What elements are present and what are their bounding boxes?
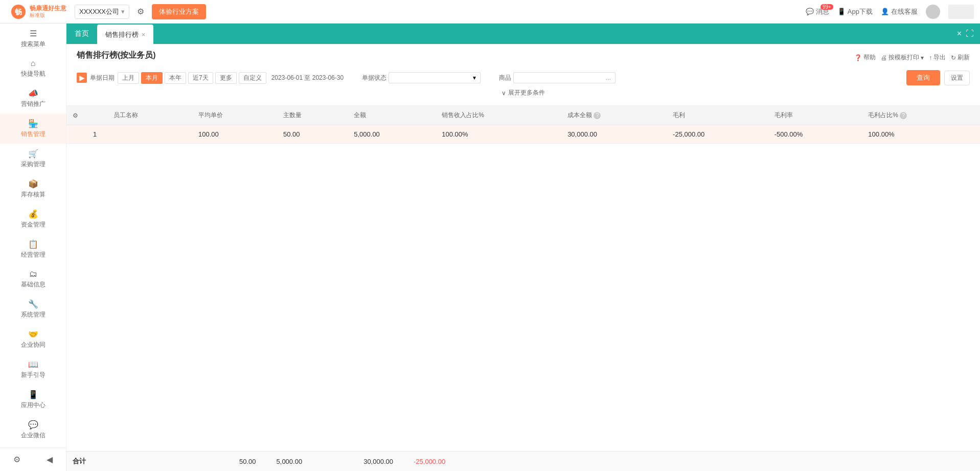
settings-icon-btn[interactable]: ⚙ [133,5,148,19]
tab-actions: × ⛶ [957,29,980,38]
sidebar-label-inventory: 库存核算 [21,190,45,199]
goods-more-icon: ... [606,74,611,81]
app-download-button[interactable]: 📱 App下载 [837,7,873,16]
profit-pct-help-icon[interactable]: ? [900,112,907,119]
sidebar-item-search-order[interactable]: ☰ 搜索菜单 [0,24,66,54]
sidebar-item-sales[interactable]: 🏪 销售管理 [0,114,66,144]
online-service-label: 在线客服 [891,7,918,16]
company-chevron-icon: ▾ [121,8,125,15]
expand-chevron-icon: ∨ [502,89,506,97]
sidebar-label-sales: 销售管理 [21,130,45,139]
tab-bar: 首页 销售排行榜 × × ⛶ [66,24,980,44]
sidebar-item-beginner[interactable]: 📖 新手引导 [0,354,66,385]
logo-icon: 畅 [10,4,27,20]
sidebar-item-enterprise-wechat[interactable]: 💬 企业微信 [0,415,66,445]
sidebar-item-operations[interactable]: 📋 经营管理 [0,234,66,264]
th-settings: ⚙ [66,106,87,125]
expand-label: 展开更多条件 [508,88,545,97]
date-btn-last-month[interactable]: 上月 [118,72,139,84]
sidebar-label-operations: 经营管理 [21,251,45,259]
th-profit-rate: 毛利率 [768,106,862,125]
tab-sales-ranking[interactable]: 销售排行榜 × [97,25,153,45]
template-print-label: 按模板打印 [888,53,919,62]
date-btn-7days[interactable]: 近7天 [188,72,213,84]
date-range-display: 2023-06-01 至 2023-06-30 [271,74,344,82]
marketing-icon: 📣 [28,88,38,98]
sidebar-item-system[interactable]: 🔧 系统管理 [0,294,66,324]
th-cost: 成本全额 ? [561,106,667,125]
avatar[interactable] [926,5,940,19]
filter-collapse-btn[interactable]: ▶ [77,73,87,83]
tab-close-window-icon[interactable]: × [957,29,962,38]
th-profit-pct: 毛利占比% ? [862,106,980,125]
inventory-icon: 📦 [28,179,38,189]
template-print-button[interactable]: 🖨 按模板打印 ▾ [881,53,924,62]
table-settings-icon[interactable]: ⚙ [73,112,78,119]
cell-profit: -25,000.00 [667,125,768,144]
company-selector[interactable]: XXXXXX公司 ▾ [75,5,129,19]
th-main-qty: 主数量 [277,106,348,125]
sidebar-item-quick-nav[interactable]: ⌂ 快捷导航 [0,54,66,83]
logo-area: 畅 畅康通好生意 标准版 [6,4,71,20]
date-buttons: 上月 本月 本年 近7天 更多 自定义 [118,72,266,84]
sidebar-item-basic-info[interactable]: 🗂 基础信息 [0,264,66,294]
app-center-icon: 📱 [28,390,38,399]
sidebar-item-enterprise[interactable]: 🤝 企业协同 [0,324,66,354]
expand-more-row[interactable]: ∨ 展开更多条件 [77,85,970,100]
sidebar-item-purchase[interactable]: 🛒 采购管理 [0,144,66,174]
export-button[interactable]: ↑ 导出 [929,53,946,62]
beginner-icon: 📖 [28,360,38,369]
export-icon: ↑ [929,54,932,61]
sidebar-item-inventory[interactable]: 📦 库存核算 [0,174,66,204]
cell-employee [107,125,192,144]
page-content: 销售排行榜(按业务员) ❓ 帮助 🖨 按模板打印 ▾ [66,44,980,471]
logo-title: 畅康通好生意 [30,5,66,12]
message-button[interactable]: 💬 消息 99+ [806,7,829,16]
refresh-icon: ↻ [951,54,956,61]
status-select[interactable]: ▾ [389,72,481,83]
filter-row-1: ▶ 单据日期 上月 本月 本年 近7天 更多 自定义 2023-06-01 至 … [77,70,970,85]
date-btn-this-year[interactable]: 本年 [165,72,186,84]
date-btn-more[interactable]: 更多 [215,72,237,84]
sidebar-collapse-icon[interactable]: ◀ [47,455,53,464]
help-button[interactable]: ❓ 帮助 [854,53,876,62]
search-menu-icon: ☰ [30,29,37,38]
cell-avg-price: 100.00 [192,125,277,144]
goods-input[interactable]: ... [513,72,616,83]
sidebar-label-search: 搜索菜单 [21,40,45,49]
trial-button[interactable]: 体验行业方案 [152,4,206,19]
sales-icon: 🏪 [28,119,38,128]
sidebar-label-purchase: 采购管理 [21,160,45,169]
enterprise-icon: 🤝 [28,329,38,339]
th-profit: 毛利 [667,106,768,125]
content-area: 首页 销售排行榜 × × ⛶ 销售排行榜(按业务员) [66,24,980,471]
tab-close-icon[interactable]: × [142,31,145,38]
sidebar-settings-icon[interactable]: ⚙ [13,455,20,464]
th-total: 全额 [348,106,436,125]
sidebar-item-app-center[interactable]: 📱 应用中心 [0,385,66,415]
tab-home[interactable]: 首页 [66,24,97,44]
cell-rank: 1 [87,125,107,144]
sidebar-label-beginner: 新手引导 [21,371,45,379]
date-btn-custom[interactable]: 自定义 [239,72,266,84]
date-btn-this-month[interactable]: 本月 [141,72,163,84]
refresh-button[interactable]: ↻ 刷新 [951,53,970,62]
cell-total: 5,000.00 [348,125,436,144]
svg-text:畅: 畅 [15,8,22,16]
sidebar-label-app-center: 应用中心 [21,401,45,410]
header-row: 销售排行榜(按业务员) ❓ 帮助 🖨 按模板打印 ▾ [77,50,970,65]
date-filter-group: ▶ 单据日期 上月 本月 本年 近7天 更多 自定义 2023-06-01 至 … [77,72,344,84]
query-button[interactable]: 查询 [906,70,940,85]
sidebar-label-enterprise: 企业协同 [21,341,45,349]
data-table: ⚙ 员工名称 平均单价 主数量 全额 销售收入占比% 成本全额 ? [66,106,980,144]
sidebar-item-finance[interactable]: 💰 资金管理 [0,204,66,234]
sidebar-item-marketing[interactable]: 📣 营销推广 [0,83,66,114]
online-service-button[interactable]: 👤 在线客服 [881,7,918,16]
operations-icon: 📋 [28,239,38,249]
service-icon: 👤 [881,8,889,15]
table-container: ⚙ 员工名称 平均单价 主数量 全额 销售收入占比% 成本全额 ? [66,106,980,451]
settings-button[interactable]: 设置 [944,71,970,85]
sidebar-bottom: ⚙ ◀ [0,447,66,471]
tab-maximize-icon[interactable]: ⛶ [966,29,974,38]
cost-help-icon[interactable]: ? [594,112,601,119]
